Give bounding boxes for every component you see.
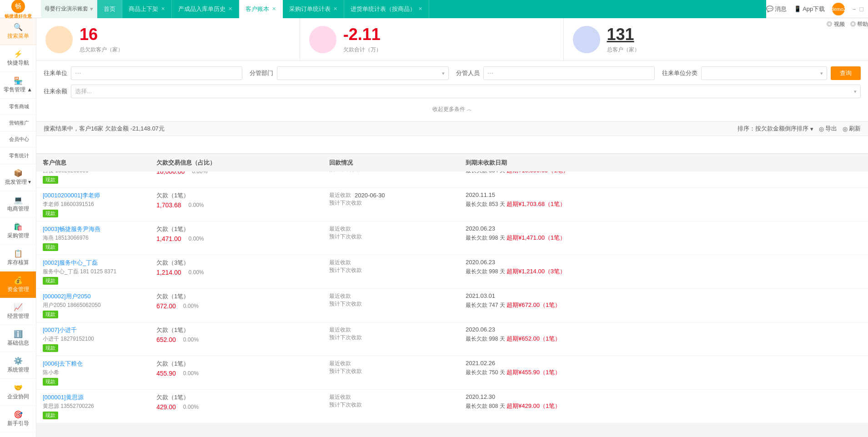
app-download-btn[interactable]: 📱 App下载 xyxy=(794,5,825,13)
customer-name-link[interactable]: [000002]用户2050 xyxy=(43,292,144,301)
restore-btn[interactable]: □ xyxy=(860,5,863,13)
sidebar-item-inventory[interactable]: 📋 库存核算 xyxy=(0,245,36,271)
customer-name-link[interactable]: [000001]黄思源 xyxy=(43,393,144,402)
table-header-row: 客户信息 欠款交易信息（占比） 回款情况 到期未收款日期 xyxy=(36,136,868,154)
due-overdue-link[interactable]: 超期¥672.00（1笔） xyxy=(507,301,561,308)
due-overdue-link[interactable]: 超期¥429.00（1笔） xyxy=(507,402,561,409)
due-overdue-link[interactable]: 超期¥1,703.68（1笔） xyxy=(507,201,566,207)
close-icon[interactable]: ✕ xyxy=(161,6,165,12)
customer-name-link[interactable]: [00010200001]李老师 xyxy=(43,191,144,200)
customer-name-link[interactable]: [0006]去下粮仓 xyxy=(43,360,144,368)
customer-name-link[interactable]: [0007]小进千 xyxy=(43,326,144,334)
debt-amount[interactable]: 1,471.00 xyxy=(156,235,181,242)
filter-row-1: 往来单位 ··· 分管部门 ▾ 分管人员 ··· 往来单位分类 xyxy=(44,66,861,80)
sidebar-item-basic-info[interactable]: ℹ️ 基础信息 xyxy=(0,325,36,352)
due-overdue-link[interactable]: 超期¥1,214.00（3笔） xyxy=(507,268,566,275)
close-icon[interactable]: ✕ xyxy=(228,6,232,12)
window-controls: − □ xyxy=(852,5,863,13)
customer-phone: 服务中心_丁磊 181 0125 8371 xyxy=(43,268,144,276)
due-date: 2020.06.23 xyxy=(466,259,862,266)
close-icon[interactable]: ✕ xyxy=(418,6,422,12)
sidebar-item-search[interactable]: 🔍 搜索菜单 xyxy=(0,18,36,45)
repay-label: 最近收款 xyxy=(329,360,351,367)
filter-input-person[interactable]: ··· xyxy=(483,66,655,80)
due-days: 最长欠款 747 天 xyxy=(466,302,507,308)
sidebar-item-operations[interactable]: 📈 经营管理 xyxy=(0,298,36,325)
debt-amount[interactable]: 429.00 xyxy=(156,403,176,411)
customer-name-link[interactable]: [0002]服务中心_丁磊 xyxy=(43,259,144,267)
due-overdue-link[interactable]: 超期¥455.90（1笔） xyxy=(507,369,561,376)
sidebar-item-marketing[interactable]: 营销推广 xyxy=(0,115,36,131)
debt-percent: 0.00% xyxy=(189,236,204,242)
bag-icon: 🛍️ xyxy=(2,222,34,231)
sidebar-item-system[interactable]: ⚙️ 系统管理 xyxy=(0,352,36,379)
tab-customer-ledger[interactable]: 客户账本 ✕ xyxy=(239,0,283,18)
sort-selector[interactable]: 排序：按欠款金额倒序排序 ▾ xyxy=(738,125,813,133)
due-date: 2021.03.01 xyxy=(466,292,862,299)
debt-percent: 0.00% xyxy=(183,370,199,377)
lightning-icon: ⚡ xyxy=(2,50,34,58)
top-right-nav: 💬 消息 📱 App下载 demo2 − □ xyxy=(766,3,863,15)
filter-input-dept[interactable]: ▾ xyxy=(277,66,448,80)
due-days: 最长欠款 998 天 xyxy=(466,235,507,241)
sidebar-item-finance[interactable]: 💰 资金管理 xyxy=(0,271,36,298)
sidebar-item-purchase[interactable]: 🛍️ 采购管理 xyxy=(0,218,36,245)
tab-purchase-stat[interactable]: 进货单统计表（按商品） ✕ xyxy=(344,0,429,18)
sidebar-item-collab[interactable]: 🤝 企业协同 xyxy=(0,379,36,406)
filter-select-balance[interactable]: 选择... ▾ xyxy=(71,85,861,98)
customer-name-link[interactable]: [0003]畅捷服务尹海燕 xyxy=(43,225,144,233)
customer-tag: 现款 xyxy=(43,176,58,184)
top-bar: 畅 畅捷通好生意 母婴行业演示账套 ▾ 首页 商品上下架 ✕ 产成品入库单历史 … xyxy=(0,0,868,18)
debt-amount[interactable]: 455.90 xyxy=(156,370,176,377)
sidebar-item-member[interactable]: 会员中心 xyxy=(0,131,36,148)
customer-phone: 海燕 18513066976 xyxy=(43,234,144,242)
tab-product-listing[interactable]: 商品上下架 ✕ xyxy=(122,0,172,18)
sidebar-item-batch-mgmt[interactable]: 📦 批发管理 ▾ xyxy=(0,164,36,191)
debt-amount[interactable]: 652.00 xyxy=(156,336,176,343)
filter-group-party: 往来单位 ··· xyxy=(44,66,242,80)
filter-input-category[interactable]: ▾ xyxy=(701,66,827,80)
customer-phone: 黄思源 13552700226 xyxy=(43,402,144,410)
debt-amount[interactable]: 1,214.00 xyxy=(156,269,181,276)
col-customer-info: 客户信息 xyxy=(36,154,150,172)
query-button[interactable]: 查询 xyxy=(831,66,861,80)
video-btn[interactable]: ◎ 视频 xyxy=(827,20,844,28)
repay-status-cell: 最近收款 预计下次收款 xyxy=(323,390,459,423)
sidebar-item-retail-mgmt[interactable]: 🏪 零售管理 ▲ xyxy=(0,72,36,99)
tab-purchase-order[interactable]: 采购订单统计表 ✕ xyxy=(283,0,344,18)
debt-amount[interactable]: 1,703.68 xyxy=(156,201,181,209)
export-btn[interactable]: ◎ 导出 xyxy=(819,125,837,133)
collapse-bar[interactable]: 收起更多条件 ︿ xyxy=(44,103,861,116)
due-overdue-link[interactable]: 超期¥1,471.00（1笔） xyxy=(507,234,566,241)
close-icon[interactable]: ✕ xyxy=(272,6,276,12)
filter-label-party: 往来单位 xyxy=(44,69,67,77)
sidebar-item-retail-mall[interactable]: 零售商城 xyxy=(0,99,36,115)
laptop-icon: 💻 xyxy=(2,196,34,204)
company-selector[interactable]: 母婴行业演示账套 ▾ xyxy=(41,0,97,18)
debt-total-label: 欠款合计（万） xyxy=(343,46,381,54)
repay-label: 最近收款 xyxy=(329,292,351,300)
stat-block-total-customers: 131 总客户（家） xyxy=(564,18,827,60)
user-avatar[interactable]: demo2 xyxy=(832,3,845,15)
filter-input-party[interactable]: ··· xyxy=(71,66,242,80)
minimize-btn[interactable]: − xyxy=(852,5,856,13)
customer-info-cell: [000002]用户2050 用户2050 18665062050 现款 xyxy=(36,289,150,322)
sidebar-item-quick-nav[interactable]: ⚡ 快捷导航 xyxy=(0,45,36,72)
close-icon[interactable]: ✕ xyxy=(333,6,337,12)
tab-home[interactable]: 首页 xyxy=(97,0,122,18)
chart-icon: 📈 xyxy=(2,303,34,311)
sidebar-item-app-center[interactable]: 📱 应用中心 xyxy=(0,432,36,437)
due-date-cell: 2020.06.23 最长欠款 998 天 超期¥652.00（1笔） xyxy=(459,322,868,356)
debt-amount[interactable]: 672.00 xyxy=(156,302,176,310)
refresh-btn[interactable]: ◎ 刷新 xyxy=(843,125,861,133)
repay-next: 预计下次收款 xyxy=(329,300,453,308)
help-btn[interactable]: ◎ 帮助 xyxy=(850,20,868,28)
due-overdue-link[interactable]: 超期¥652.00（1笔） xyxy=(507,335,561,342)
debt-info-cell: 欠款（1笔） 672.00 0.00% xyxy=(150,289,323,322)
sidebar-item-retail-stat[interactable]: 零售统计 xyxy=(0,148,36,164)
tab-finished-goods[interactable]: 产成品入库单历史 ✕ xyxy=(172,0,239,18)
sidebar-item-guide[interactable]: 🎯 新手引导 xyxy=(0,406,36,432)
logo: 畅 畅捷通好生意 xyxy=(5,0,41,19)
message-btn[interactable]: 💬 消息 xyxy=(766,5,787,13)
sidebar-item-ecommerce[interactable]: 💻 电商管理 xyxy=(0,191,36,218)
